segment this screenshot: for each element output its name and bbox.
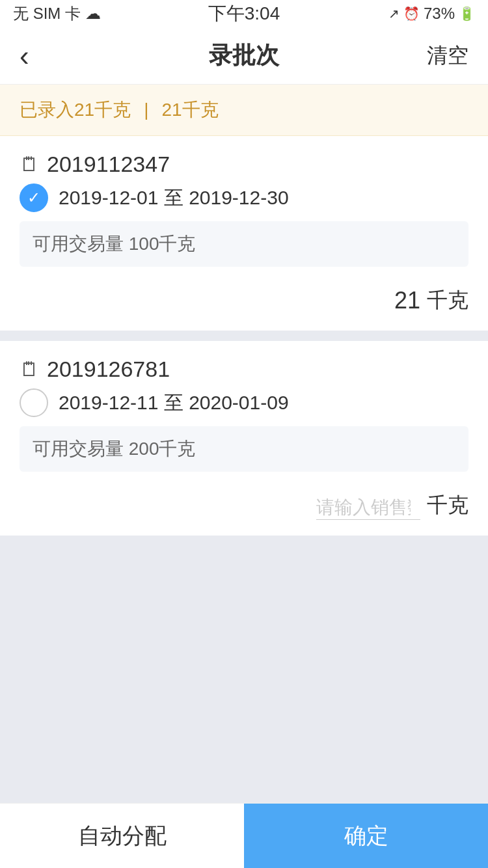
page-title: 录批次 (209, 40, 279, 72)
check-icon: ✓ (27, 189, 40, 207)
batch-card-1: 🗒 2019112347 ✓ 2019-12-01 至 2019-12-30 可… (0, 136, 488, 331)
nav-bar: ‹ 录批次 清空 (0, 27, 488, 85)
batch-1-qty-row: 21 千克 (0, 280, 488, 331)
batch-2-date-row: 2019-12-11 至 2020-01-09 (0, 388, 488, 426)
summary-total: 21千克 (161, 98, 218, 122)
status-bar-right: ↗ ⏰ 73% 🔋 (388, 5, 475, 23)
status-bar: 无 SIM 卡 ☁ 下午3:04 ↗ ⏰ 73% 🔋 (0, 0, 488, 27)
batch-2-date: 2019-12-11 至 2020-01-09 (59, 390, 289, 416)
summary-recorded: 已录入21千克 (20, 98, 131, 122)
battery-label: 73% (424, 5, 455, 23)
section-separator-2 (0, 536, 488, 546)
batch-card-2: 🗒 2019126781 2019-12-11 至 2020-01-09 可用交… (0, 341, 488, 536)
batch-1-date: 2019-12-01 至 2019-12-30 (59, 185, 289, 211)
empty-area (0, 546, 488, 819)
back-button[interactable]: ‹ (20, 42, 29, 70)
summary-divider: | (144, 100, 148, 120)
status-bar-left: 无 SIM 卡 ☁ (13, 3, 101, 24)
batch-1-date-row: ✓ 2019-12-01 至 2019-12-30 (0, 183, 488, 221)
batch-1-icon: 🗒 (20, 154, 39, 176)
batch-2-available: 可用交易量 200千克 (20, 426, 468, 472)
batch-1-radio[interactable]: ✓ (20, 183, 48, 212)
batch-2-unit: 千克 (427, 491, 468, 520)
batch-2-id: 2019126781 (47, 357, 170, 382)
batch-2-qty-row: 千克 (0, 485, 488, 536)
clear-button[interactable]: 清空 (427, 42, 468, 70)
batch-2-radio[interactable] (20, 388, 48, 417)
auto-distribute-button[interactable]: 自动分配 (0, 804, 244, 868)
location-icon: ↗ (388, 6, 400, 21)
confirm-button[interactable]: 确定 (244, 804, 488, 868)
batch-2-icon: 🗒 (20, 359, 39, 381)
batch-2-qty-input[interactable] (316, 492, 420, 520)
battery-icon: 🔋 (459, 6, 475, 21)
batch-1-unit: 千克 (427, 286, 468, 315)
batch-1-qty-value: 21 (394, 287, 420, 314)
alarm-icon: ⏰ (403, 6, 420, 21)
batch-1-header: 🗒 2019112347 (0, 136, 488, 183)
bottom-bar: 自动分配 确定 (0, 803, 488, 868)
status-bar-time: 下午3:04 (208, 1, 280, 26)
batch-1-available: 可用交易量 100千克 (20, 221, 468, 267)
batch-1-id: 2019112347 (47, 152, 170, 177)
section-separator-1 (0, 331, 488, 341)
summary-banner: 已录入21千克 | 21千克 (0, 85, 488, 136)
batch-2-header: 🗒 2019126781 (0, 341, 488, 388)
sim-label: 无 SIM 卡 ☁ (13, 3, 101, 24)
